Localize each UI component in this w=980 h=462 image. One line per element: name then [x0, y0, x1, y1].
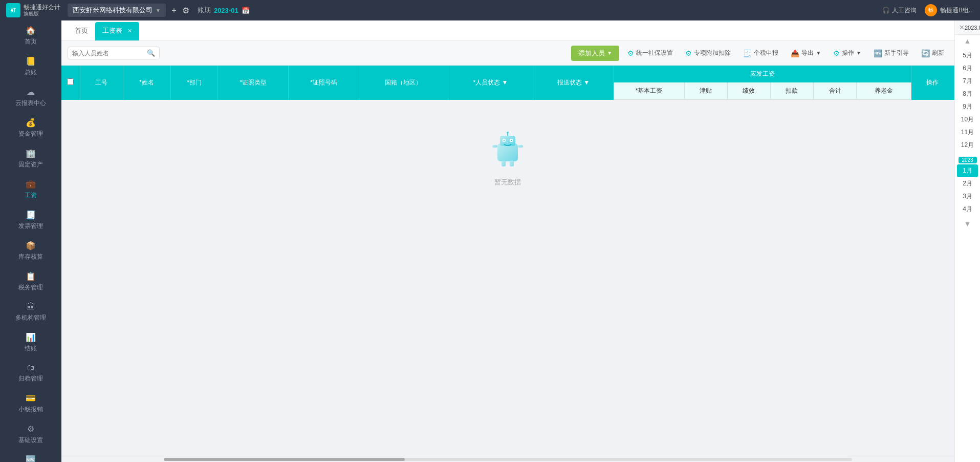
- th-total: 合计: [813, 82, 856, 100]
- personal-tax-action[interactable]: 🧾 个税申报: [739, 47, 782, 59]
- sidebar-item-guide[interactable]: 🆕 新手引导: [0, 450, 61, 462]
- sidebar-item-funds[interactable]: 💰 资金管理: [0, 113, 61, 143]
- guide-action[interactable]: 🆕 新手引导: [869, 47, 913, 59]
- special-deduct-icon: ⚙: [685, 49, 692, 57]
- check-all-checkbox[interactable]: [67, 78, 74, 85]
- sidebar-item-inventory[interactable]: 📦 库存核算: [0, 236, 61, 266]
- scroll-up-button[interactable]: ▲: [955, 35, 980, 47]
- sidebar-item-settings[interactable]: ⚙ 基础设置: [0, 419, 61, 450]
- sidebar-item-ledger[interactable]: 📒 总账: [0, 51, 61, 82]
- sidebar-item-tax[interactable]: 📋 税务管理: [0, 266, 61, 297]
- support-button[interactable]: 🎧 人工咨询: [882, 6, 917, 15]
- th-deduction: 扣款: [770, 82, 813, 100]
- salary-table: 工号 *姓名 *部门 *证照类型 *证照号码 国籍（地区） *人员状态 ▼ 报送…: [61, 66, 954, 218]
- month-2022-12[interactable]: 12月: [955, 139, 980, 152]
- svg-point-11: [507, 132, 509, 134]
- search-wrap: 🔍: [68, 47, 160, 59]
- month-2022-7[interactable]: 7月: [955, 75, 980, 88]
- close-panel-button[interactable]: ✕: [959, 24, 965, 31]
- month-2022-10[interactable]: 10月: [955, 113, 980, 126]
- th-performance: 绩效: [727, 82, 770, 100]
- content-area: 首页 工资表 ✕ 🔍 添加人员 ▼ ⚙ 统一社保设置 ⚙ 专项附加扣除: [61, 20, 954, 462]
- sidebar-item-label: 总账: [25, 68, 37, 77]
- invoice-icon: 🧾: [26, 210, 36, 220]
- tab-home[interactable]: 首页: [68, 22, 95, 40]
- sidebar-item-multi[interactable]: 🏛 多机构管理: [0, 297, 61, 327]
- scrollbar-thumb[interactable]: [164, 458, 405, 461]
- month-2023-3[interactable]: 3月: [955, 190, 980, 203]
- sidebar-item-archive[interactable]: 🗂 归档管理: [0, 358, 61, 388]
- export-action[interactable]: 📤 导出 ▼: [787, 47, 825, 59]
- status-filter-icon[interactable]: ▼: [502, 79, 508, 86]
- refresh-icon: 🔄: [921, 49, 930, 57]
- check-all-th: [61, 66, 80, 100]
- search-input[interactable]: [72, 50, 144, 57]
- horizontal-scrollbar[interactable]: [61, 456, 954, 462]
- table-wrapper: 工号 *姓名 *部门 *证照类型 *证照号码 国籍（地区） *人员状态 ▼ 报送…: [61, 66, 954, 456]
- svg-rect-6: [492, 145, 497, 148]
- month-2022-6[interactable]: 6月: [955, 62, 980, 75]
- social-security-icon: ⚙: [627, 49, 634, 57]
- year-2022-section: 5月 6月 7月 8月 9月 10月 11月 12月: [955, 47, 980, 154]
- social-security-action[interactable]: ⚙ 统一社保设置: [623, 47, 677, 59]
- month-2023-2[interactable]: 2月: [955, 177, 980, 190]
- scroll-down-button[interactable]: ▼: [955, 218, 980, 230]
- calendar-icon[interactable]: 📅: [242, 7, 250, 14]
- month-2022-5[interactable]: 5月: [955, 49, 980, 62]
- th-nationality: 国籍（地区）: [359, 66, 448, 100]
- header-add-icon[interactable]: ＋: [170, 5, 178, 16]
- operations-dropdown-icon: ▼: [856, 50, 861, 56]
- year-2023-section: 2023 1月 2月 3月 4月: [955, 154, 980, 218]
- header-settings-icon[interactable]: ⚙: [182, 6, 189, 15]
- th-dept: *部门: [170, 66, 218, 100]
- report-filter-icon[interactable]: ▼: [583, 79, 590, 86]
- right-panel: ✕ 2023.01 ⤢ ▲ 5月 6月 7月 8月 9月 10月 11月 12月…: [954, 20, 980, 462]
- export-dropdown-icon: ▼: [816, 50, 821, 56]
- add-person-button[interactable]: 添加人员 ▼: [571, 46, 619, 61]
- sidebar-item-expense[interactable]: 💳 小畅报销: [0, 388, 61, 419]
- logo-area: 好 畅捷通好会计 旗舰版: [6, 3, 68, 17]
- settle-icon: 📊: [26, 332, 36, 342]
- th-id-type: *证照类型: [218, 66, 289, 100]
- sidebar-item-label: 云报表中心: [15, 99, 46, 108]
- guide-toolbar-icon: 🆕: [874, 49, 882, 57]
- month-2022-9[interactable]: 9月: [955, 100, 980, 113]
- sidebar-item-invoice[interactable]: 🧾 发票管理: [0, 205, 61, 236]
- svg-rect-5: [511, 140, 512, 141]
- special-deduct-action[interactable]: ⚙ 专项附加扣除: [681, 47, 735, 59]
- refresh-action[interactable]: 🔄 刷新: [917, 47, 948, 59]
- sidebar-item-label: 多机构管理: [15, 313, 46, 322]
- company-selector[interactable]: 西安虾米网络科技有限公司 ▼: [68, 4, 166, 17]
- sidebar-item-assets[interactable]: 🏢 固定资产: [0, 143, 61, 174]
- operations-action[interactable]: ⚙ 操作 ▼: [829, 47, 865, 59]
- user-info[interactable]: 畅 畅捷通B组...: [925, 4, 974, 16]
- svg-rect-8: [502, 160, 506, 166]
- assets-icon: 🏢: [26, 149, 36, 158]
- headphone-icon: 🎧: [882, 7, 890, 14]
- sidebar-item-settle[interactable]: 📊 结账: [0, 327, 61, 358]
- tab-close-icon[interactable]: ✕: [127, 28, 132, 34]
- sidebar-item-cloud[interactable]: ☁ 云报表中心: [0, 82, 61, 113]
- month-2023-1[interactable]: 1月: [957, 164, 978, 177]
- operations-icon: ⚙: [833, 49, 840, 57]
- empty-state: 暂无数据: [61, 100, 954, 218]
- inventory-icon: 📦: [26, 241, 36, 250]
- month-2022-8[interactable]: 8月: [955, 88, 980, 100]
- sidebar-item-label: 结账: [25, 344, 37, 353]
- month-2022-11[interactable]: 11月: [955, 126, 980, 139]
- sidebar-item-label: 资金管理: [18, 130, 43, 138]
- main-layout: 🏠 首页 📒 总账 ☁ 云报表中心 💰 资金管理 🏢 固定资产 💼 工资 🧾 发…: [0, 20, 980, 462]
- sidebar-item-label: 工资: [25, 191, 37, 200]
- sidebar-item-home[interactable]: 🏠 首页: [0, 20, 61, 51]
- month-2023-4[interactable]: 4月: [955, 203, 980, 216]
- multi-icon: 🏛: [27, 302, 35, 311]
- sidebar-item-salary[interactable]: 💼 工资: [0, 174, 61, 205]
- avatar: 畅: [925, 4, 937, 16]
- logo-icon: 好: [6, 3, 20, 17]
- settings-icon: ⚙: [27, 424, 34, 434]
- sidebar-item-label: 归档管理: [18, 374, 43, 383]
- add-person-dropdown-icon: ▼: [607, 50, 612, 56]
- salary-icon: 💼: [26, 179, 36, 189]
- svg-rect-1: [500, 136, 515, 146]
- tab-salary-table[interactable]: 工资表 ✕: [95, 22, 139, 40]
